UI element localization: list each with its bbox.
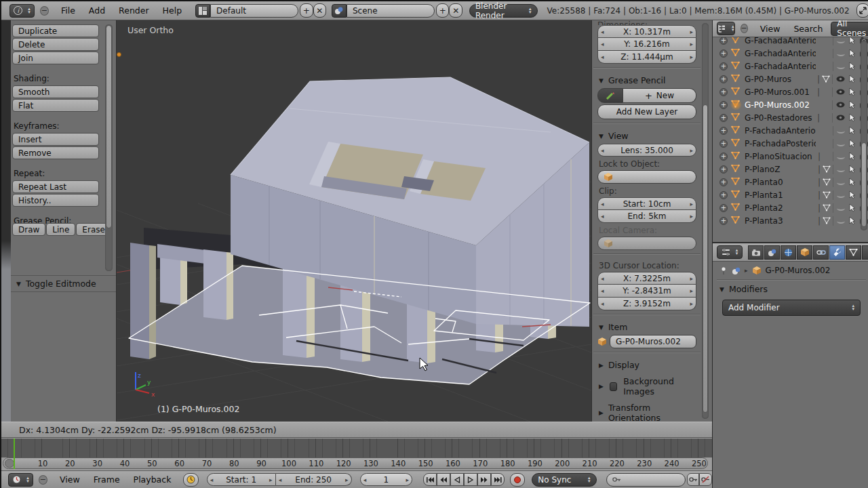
play-button[interactable]	[464, 473, 477, 486]
slider-right-icon[interactable]: ▸	[687, 28, 696, 35]
delete-keyframe-button[interactable]	[699, 473, 712, 486]
visibility-eye-icon[interactable]	[837, 152, 845, 161]
outliner-row[interactable]: + G-P0-Restadores |	[713, 111, 868, 124]
outliner-menu-search[interactable]: Search	[787, 24, 829, 34]
tool-shelf-item[interactable]: Smooth	[12, 85, 99, 98]
visibility-eye-icon[interactable]	[837, 37, 845, 45]
slider-right-icon[interactable]: ▸	[687, 201, 696, 207]
selectability-cursor-icon[interactable]	[848, 62, 856, 70]
outliner-row[interactable]: + P-FachadaAnterior |	[713, 124, 868, 137]
timeline-frame-number[interactable]: 120	[336, 459, 351, 468]
expand-icon[interactable]: +	[719, 101, 728, 109]
selectability-cursor-icon[interactable]	[848, 75, 856, 83]
outliner-row[interactable]: + P-Planta3 |	[713, 214, 868, 227]
visibility-eye-icon[interactable]	[837, 62, 845, 71]
outliner-row[interactable]: + G-FachadaAnterior-M |	[713, 47, 868, 60]
slider-right-icon[interactable]: ▸	[687, 213, 696, 220]
timeline-frame-number[interactable]: 190	[528, 459, 542, 468]
timeline-frame-number[interactable]: 180	[500, 459, 515, 468]
dimension-z-slider[interactable]: ◂Z: 11.444µm▸	[597, 51, 696, 64]
tab-render-icon[interactable]	[748, 245, 764, 260]
expand-icon[interactable]: +	[719, 204, 728, 212]
slider-left-icon[interactable]: ◂	[598, 147, 607, 154]
timeline-frame-number[interactable]: 30	[92, 459, 102, 468]
editor-type-outliner-button[interactable]: ▴▾	[717, 22, 735, 35]
menu-add[interactable]: Add	[82, 5, 112, 16]
expand-icon[interactable]: +	[719, 75, 728, 83]
tool-shelf-item[interactable]: Duplicate	[12, 24, 99, 37]
editor-type-timeline-button[interactable]: ▴▾	[8, 473, 33, 487]
slider-right-icon[interactable]: ▸	[687, 147, 696, 154]
visibility-eye-icon[interactable]	[837, 216, 845, 226]
tab-constraints-icon[interactable]	[813, 245, 829, 260]
visibility-eye-icon[interactable]	[837, 178, 845, 187]
timeline-frame-number[interactable]: 210	[583, 459, 597, 468]
delete-layout-button[interactable]: ✕	[313, 3, 326, 18]
selectability-cursor-icon[interactable]	[848, 87, 856, 96]
tool-shelf-item[interactable]: Join	[12, 52, 99, 64]
visibility-eye-icon[interactable]	[837, 165, 845, 174]
outliner-row[interactable]: + P-PlanoSituacion |	[713, 150, 868, 163]
selectability-cursor-icon[interactable]	[848, 126, 856, 135]
tool-shelf-item[interactable]: Repeat Last	[12, 180, 99, 193]
tab-world-icon[interactable]	[781, 245, 796, 260]
record-button[interactable]	[510, 473, 525, 487]
dimension-y-slider[interactable]: ◂Y: 16.216m▸	[597, 38, 696, 51]
outliner-row[interactable]: + P-Planta1 |	[713, 188, 868, 201]
expand-icon[interactable]: +	[719, 191, 728, 199]
slider-right-icon[interactable]: ▸	[687, 275, 696, 282]
jump-to-end-button[interactable]	[491, 473, 505, 486]
cursor-x-slider[interactable]: ◂X: 7.3225m▸	[597, 272, 696, 285]
outliner-row[interactable]: + P-FachadaPosterior |	[713, 137, 868, 150]
slider-left-icon[interactable]: ◂	[598, 41, 607, 47]
pin-icon[interactable]	[719, 266, 728, 275]
outliner-row[interactable]: + G-FachadaAnterior-M |	[713, 60, 868, 73]
end-frame-field[interactable]: ◂End: 250▸	[276, 473, 352, 486]
timeline-frame-number[interactable]: 200	[555, 459, 570, 468]
selectability-cursor-icon[interactable]	[848, 190, 856, 199]
selectability-cursor-icon[interactable]	[848, 165, 856, 174]
timeline-frame-number[interactable]: 60	[174, 459, 184, 468]
timeline-frame-number[interactable]: 150	[418, 459, 433, 468]
lock-object-selector[interactable]	[597, 170, 696, 184]
timeline-menu-frame[interactable]: Frame	[87, 474, 127, 485]
current-frame-line[interactable]	[14, 439, 15, 469]
outliner-row[interactable]: + G-P0-Muros |	[713, 73, 868, 85]
collapse-menus-icon[interactable]: −	[40, 6, 49, 16]
slider-left-icon[interactable]: ◂	[598, 287, 607, 294]
grease-draw-button[interactable]: Draw	[12, 223, 45, 236]
expand-icon[interactable]: +	[719, 127, 728, 135]
outliner-row[interactable]: + G-P0-Muros.002 |	[713, 98, 868, 111]
timeline-frame-number[interactable]: 160	[446, 459, 460, 468]
visibility-eye-icon[interactable]	[836, 75, 845, 84]
outliner-menu-view[interactable]: View	[753, 24, 787, 34]
timeline-frame-number[interactable]: 50	[147, 459, 157, 468]
selectability-cursor-icon[interactable]	[848, 216, 856, 225]
local-camera-selector[interactable]	[597, 237, 696, 250]
timeline-frame-number[interactable]: 130	[363, 459, 378, 468]
lens-slider[interactable]: ◂Lens: 35.000▸	[597, 144, 696, 157]
tab-modifiers-icon[interactable]	[829, 245, 845, 260]
n-panel-scrollbar[interactable]	[702, 23, 709, 419]
timeline-frame-number[interactable]: 100	[281, 459, 296, 468]
visibility-eye-icon[interactable]	[837, 203, 845, 213]
selectability-cursor-icon[interactable]	[848, 139, 856, 148]
slider-right-icon[interactable]: ▸	[687, 41, 696, 47]
jump-to-start-button[interactable]	[423, 473, 437, 486]
slider-right-icon[interactable]: ▸	[687, 54, 696, 60]
timeline-frame-number[interactable]: 70	[202, 459, 212, 468]
insert-keyframe-button[interactable]	[687, 473, 700, 486]
expand-icon[interactable]: +	[719, 178, 728, 186]
visibility-eye-icon[interactable]	[836, 113, 845, 123]
tab-data-icon[interactable]	[846, 245, 861, 260]
selectability-cursor-icon[interactable]	[848, 100, 856, 109]
selectability-cursor-icon[interactable]	[848, 49, 856, 58]
n-panel-scroll-thumb[interactable]	[703, 104, 708, 413]
timeline-frame-number[interactable]: 240	[665, 459, 679, 468]
visibility-eye-icon[interactable]	[837, 139, 845, 148]
start-frame-field[interactable]: ◂Start: 1▸	[207, 473, 276, 486]
background-images-checkbox[interactable]	[610, 382, 617, 391]
timeline-scroll-cap[interactable]	[5, 459, 14, 468]
grease-line-button[interactable]: Line	[46, 223, 75, 236]
timeline-frame-number[interactable]: 20	[65, 459, 75, 468]
